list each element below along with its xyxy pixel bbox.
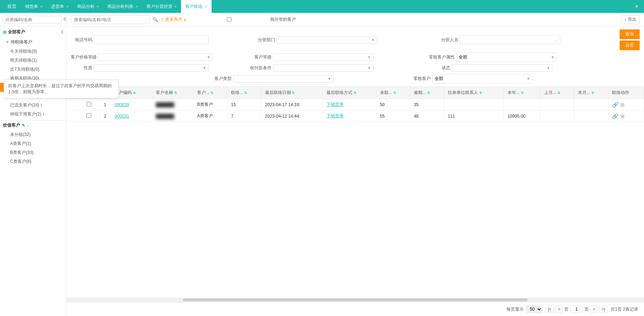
manager-dots[interactable]: ... [554,37,558,42]
export-button[interactable]: ↑ 导出 [621,15,640,24]
first-page-button[interactable]: |< [545,306,554,313]
contact-sort-icon[interactable]: ⇅ [244,91,247,95]
sidebar-item-lost[interactable]: 已流失客户(24) ℹ [0,101,66,110]
row2-checkbox[interactable] [87,113,91,118]
th-last-contact-date[interactable]: 最后联络日期 ⇅ [261,87,323,99]
close-contact-icon[interactable]: × [205,4,207,9]
sidebar-all-customers[interactable]: ⊞ 全部客户 《 [0,27,66,37]
customer-level-select[interactable]: ▼ [273,53,374,61]
horizontal-scrollbar[interactable] [66,298,644,302]
th-this-month[interactable]: 本月... ⇅ [574,87,608,99]
customer-code-sort-icon[interactable]: ⇅ [133,91,136,95]
td-checkbox-2[interactable] [83,110,100,122]
decline-info-icon[interactable]: ℹ [43,112,44,117]
td-code-2[interactable]: 000031 [111,110,152,122]
customer-type-sort-icon[interactable]: ⇅ [210,91,213,95]
manager-select[interactable]: ... [460,36,560,44]
retail-attr-select[interactable]: 全部 ▼ [456,52,557,62]
sidebar-pending-group[interactable]: ▼ 待联络客户 [0,37,66,47]
close-segment-icon[interactable]: × [175,4,177,9]
th-customer-name[interactable]: 客户名称 ⇅ [152,87,194,99]
td-name-1[interactable]: ██████ [152,99,194,110]
phone-input[interactable] [94,36,209,44]
td-name-2[interactable]: ██████ [152,110,194,122]
last-month-sort-icon[interactable]: ⇅ [557,91,560,95]
search-button[interactable]: 🔍 [153,17,158,22]
row2-link-icon[interactable]: 🔗 [612,113,618,119]
nature-select[interactable]: ▼ [94,64,209,72]
sidebar-value-group-title[interactable]: 价值客户 ✎ ○ [0,121,66,130]
value-circle-icon[interactable]: ○ [27,123,29,128]
customer-type-select[interactable]: ▼ [233,75,334,82]
row1-checkbox[interactable] [87,102,91,107]
last-date-sort-icon[interactable]: ⇅ [292,91,295,95]
close-product-analysis-icon[interactable]: × [97,4,99,9]
sidebar-item-tomorrow[interactable]: 明天待联络(1) [0,56,66,65]
per-page-select[interactable]: 50 [527,305,542,313]
dept-select[interactable]: ▼ [277,36,377,44]
this-month-sort-icon[interactable]: ⇅ [591,91,594,95]
sidebar-search-input[interactable] [3,16,62,24]
th-customer-type[interactable]: 客户... ⇅ [193,87,227,99]
th-this-year[interactable]: 本年... ⇅ [504,87,540,99]
th-unit-contact[interactable]: 往来单位联系人 ⇅ [444,87,504,99]
close-purchase-icon[interactable]: × [66,4,68,9]
nav-product-analysis[interactable]: 商品分析 × [73,0,103,13]
unit-contact-sort-icon[interactable]: ⇅ [479,91,482,95]
page-input[interactable] [570,306,583,313]
sidebar-item-c-class[interactable]: C类客户(6) [0,157,66,166]
row2-grid-icon[interactable]: ⊞ [620,113,625,119]
sidebar-item-ungroup[interactable]: 未分组(32) [0,130,66,139]
overdue-sort-icon[interactable]: ⇅ [427,91,430,95]
nav-customer-segment[interactable]: 客户分层经营 × [142,0,181,13]
td-last-method-2[interactable]: 下销货单 [323,110,376,122]
td-last-method-1[interactable]: 下销货单 [323,99,376,110]
sidebar-item-b-class[interactable]: B类客户(33) [0,148,66,157]
my-customer-checkbox-area[interactable]: 我分管的客户 [190,16,296,23]
settings-button[interactable]: 设置 [620,41,640,50]
payment-label: 收付款条件 [250,65,272,71]
window-close-button[interactable]: × [632,3,641,10]
close-sales-icon[interactable]: × [40,4,42,9]
prev-page-button[interactable]: < [555,306,563,313]
value-edit-icon[interactable]: ✎ [22,123,25,128]
row1-link-icon[interactable]: 🔗 [612,102,618,108]
payment-select[interactable]: ▼ [273,64,374,72]
sidebar-item-7days[interactable]: 近7天待联络(0) [0,65,66,74]
nav-home[interactable]: 首页 [3,0,21,13]
td-checkbox-1[interactable] [83,99,100,110]
th-overdue[interactable]: 逾期... ⇅ [410,87,444,99]
th-not-contact[interactable]: 未联... ⇅ [376,87,410,99]
retail-customer-select[interactable]: 全部 ▼ [432,74,533,84]
not-contact-sort-icon[interactable]: ⇅ [393,91,396,95]
last-method-sort-icon[interactable]: ⇅ [353,91,356,95]
nav-product-analysis-list[interactable]: 商品分析列表 × [103,0,142,13]
nav-sales[interactable]: 销货单 × [21,0,47,13]
nav-customer-contact[interactable]: 客户联络 × [181,0,211,13]
td-code-1[interactable]: 000039 [111,99,152,110]
this-year-sort-icon[interactable]: ⇅ [521,91,524,95]
th-last-contact-method[interactable]: 最后联络方式 ⇅ [323,87,376,99]
my-customer-checkbox[interactable] [190,17,269,22]
sidebar-item-decline[interactable]: 持续下滑客户(2) ℹ [0,110,66,119]
th-contact[interactable]: 联络... ⇅ [227,87,261,99]
th-last-month[interactable]: 上月... ⇅ [540,87,574,99]
last-page-button[interactable]: >| [599,306,608,313]
table-wrapper[interactable]: ⚙ 客户编码 ⇅ [66,87,644,298]
query-button[interactable]: 查询 [620,29,640,39]
scrollbar-thumb[interactable] [183,298,528,301]
close-product-list-icon[interactable]: × [135,4,138,9]
lost-info-icon[interactable]: ℹ [41,103,42,108]
sidebar-item-today[interactable]: 今天待联络(0) [0,47,66,56]
next-page-button[interactable]: > [590,306,598,313]
status-select[interactable]: ▼ [452,64,552,72]
search-input[interactable] [71,15,150,24]
collapse-icon[interactable]: 《 [59,29,63,35]
row1-grid-icon[interactable]: ⊞ [620,102,625,108]
sidebar-item-a-class[interactable]: A类客户(1) [0,139,66,148]
customer-name-sort-icon[interactable]: ⇅ [174,91,177,95]
sidebar-search-icon[interactable]: 🔍 [63,17,66,22]
nav-purchase[interactable]: 进货单 × [47,0,73,13]
more-conditions-button[interactable]: ▽ 更多条件 ∧ [161,16,187,23]
price-level-select[interactable]: ▼ [98,53,213,61]
